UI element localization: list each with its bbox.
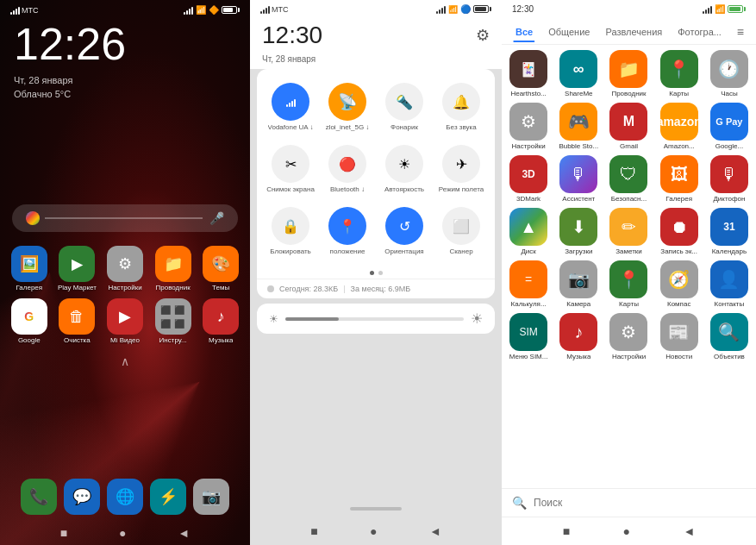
list-item[interactable]: 🖼️ Галерея xyxy=(9,246,50,291)
app-icon-gdrive: ▲ xyxy=(509,208,547,246)
list-item[interactable]: 📍 Карты xyxy=(605,260,652,308)
cellular-icon xyxy=(272,83,309,121)
settings-icon[interactable]: ⚙ xyxy=(476,26,490,45)
nav-square-button[interactable]: ■ xyxy=(563,524,570,538)
list-item[interactable]: ⚙ Настройки xyxy=(605,313,652,360)
list-item[interactable]: G Google xyxy=(9,298,50,344)
app-label: Настройки xyxy=(511,142,545,150)
list-item[interactable]: ⏺ Запись эк... xyxy=(656,208,703,255)
list-item[interactable]: ▲ Диск xyxy=(505,208,552,255)
nav-home-button[interactable]: ● xyxy=(623,524,630,538)
tab-all[interactable]: Все xyxy=(509,23,540,42)
list-item[interactable]: amazon Amazon... xyxy=(656,103,703,150)
nav-back-button[interactable]: ◄ xyxy=(683,524,695,538)
app-label: Калькуля... xyxy=(511,300,547,308)
toggle-screenshot[interactable]: ✂ Снимок экрана xyxy=(262,140,319,198)
microphone-icon[interactable]: 🎤 xyxy=(209,211,224,225)
lock-search-bar[interactable]: 🎤 xyxy=(12,204,238,232)
toggle-scanner[interactable]: ⬜ Сканер xyxy=(433,202,490,260)
list-item[interactable]: M Gmail xyxy=(605,103,652,150)
list-item[interactable]: 🗑 Очистка xyxy=(57,298,98,344)
tabs-more-icon[interactable]: ≡ xyxy=(732,22,749,44)
tab-entertainment[interactable]: Развлечения xyxy=(598,23,669,42)
search-icon: 🔍 xyxy=(512,496,527,510)
list-item[interactable]: 🎨 Темы xyxy=(200,246,241,291)
toggle-bluetooth[interactable]: 🔴 Bluetooth ↓ xyxy=(319,140,376,198)
toggle-wifi[interactable]: 📡 zloi_inet_5G ↓ xyxy=(319,78,376,136)
nav-home-button[interactable]: ● xyxy=(370,524,377,538)
app-label: Bubble Sto... xyxy=(559,142,598,150)
dock-messages[interactable]: 💬 xyxy=(64,479,100,515)
nav-square-button[interactable]: ■ xyxy=(310,524,317,538)
toggle-label: zloi_inet_5G ↓ xyxy=(326,123,370,131)
app-icon-playstore: ▶ xyxy=(59,246,95,282)
app-icon-camera: 📷 xyxy=(193,479,229,515)
list-item[interactable]: 🎙 Диктофон xyxy=(706,155,753,203)
list-item[interactable]: G Pay Google... xyxy=(706,103,753,150)
up-arrow-icon[interactable]: ∧ xyxy=(0,351,250,372)
list-item[interactable]: 3D 3DMark xyxy=(505,155,552,203)
toggle-lock[interactable]: 🔒 Блокировать xyxy=(262,202,319,260)
list-item[interactable]: ✏ Заметки xyxy=(605,208,652,255)
toggle-label: Vodafone UA ↓ xyxy=(268,123,314,131)
notif-time: 12:30 xyxy=(262,22,322,49)
apps-status-icons: 📶 xyxy=(703,4,746,14)
app-icon-gallery2: 🖼 xyxy=(660,155,698,193)
google-logo xyxy=(26,211,40,225)
list-item[interactable]: 🧭 Компас xyxy=(656,260,703,308)
nav-back-button[interactable]: ◄ xyxy=(429,524,441,538)
list-item[interactable]: 🕐 Часы xyxy=(706,50,753,97)
dock-browser[interactable]: 🌐 xyxy=(107,479,143,515)
list-item[interactable]: 📍 Карты xyxy=(656,50,703,97)
nav-square-button[interactable]: ■ xyxy=(60,526,67,540)
app-label: Play Маркет xyxy=(58,284,97,291)
list-item[interactable]: ⚙ Настройки xyxy=(505,103,552,150)
list-item[interactable]: = Калькуля... xyxy=(505,260,552,308)
list-item[interactable]: 📁 Проводник xyxy=(153,246,194,291)
list-item[interactable]: 🎙 Ассистент xyxy=(555,155,602,203)
list-item[interactable]: 🃏 Hearthsto... xyxy=(505,50,552,97)
silent-icon: 🔔 xyxy=(442,83,480,121)
search-input[interactable] xyxy=(534,497,746,509)
list-item[interactable]: ⬇ Загрузки xyxy=(555,208,602,255)
list-item[interactable]: 📰 Новости xyxy=(656,313,703,360)
search-inner xyxy=(26,211,203,225)
list-item[interactable]: 📷 Камера xyxy=(555,260,602,308)
list-item[interactable]: ▶ Play Маркет xyxy=(57,246,98,291)
nav-back-button[interactable]: ◄ xyxy=(178,526,190,540)
app-icon-notes: ✏ xyxy=(609,208,647,246)
dock-camera[interactable]: 📷 xyxy=(193,479,229,515)
list-item[interactable]: 📁 Проводник xyxy=(605,50,652,97)
brightness-low-icon: ☀ xyxy=(269,313,278,325)
dock-security[interactable]: ⚡ xyxy=(150,479,186,515)
list-item[interactable]: 👤 Контакты xyxy=(706,260,753,308)
toggle-label: Bluetooth ↓ xyxy=(330,185,365,193)
tab-photos[interactable]: Фотогра... xyxy=(671,23,728,42)
app-icon-google: G xyxy=(11,298,47,335)
nav-home-button[interactable]: ● xyxy=(119,526,126,540)
list-item[interactable]: ∞ ShareMe xyxy=(555,50,602,97)
toggle-autobright[interactable]: ☀ Автояркость xyxy=(376,140,433,198)
list-item[interactable]: ♪ Музыка xyxy=(200,298,241,344)
list-item[interactable]: 🎮 Bubble Sto... xyxy=(555,103,602,150)
dock-phone[interactable]: 📞 xyxy=(21,479,57,515)
apps-search-bar[interactable]: 🔍 xyxy=(502,488,756,517)
list-item[interactable]: 🔍 Объектив xyxy=(706,313,753,360)
toggle-location[interactable]: 📍 положение xyxy=(319,202,376,260)
list-item[interactable]: 🖼 Галерея xyxy=(656,155,703,203)
list-item[interactable]: ⬛⬛⬛⬛ Инстру... xyxy=(153,298,194,344)
toggle-silent[interactable]: 🔔 Без звука xyxy=(433,78,490,136)
list-item[interactable]: 31 Календарь xyxy=(706,208,753,255)
toggle-flashlight[interactable]: 🔦 Фонарик xyxy=(376,78,433,136)
list-item[interactable]: ▶ Mi Видео xyxy=(104,298,146,344)
list-item[interactable]: SIM Меню SIM... xyxy=(505,313,552,360)
list-item[interactable]: 🛡 Безопасн... xyxy=(605,155,652,203)
lock-time: 12:26 xyxy=(0,15,250,73)
toggle-airplane[interactable]: ✈ Режим полета xyxy=(433,140,490,198)
tab-communication[interactable]: Общение xyxy=(541,23,597,42)
toggle-cellular[interactable]: Vodafone UA ↓ xyxy=(262,78,319,136)
list-item[interactable]: ♪ Музыка xyxy=(555,313,602,360)
list-item[interactable]: ⚙ Настройки xyxy=(104,246,146,291)
toggle-rotation[interactable]: ↺ Ориентация xyxy=(376,202,433,260)
brightness-slider[interactable] xyxy=(285,317,464,321)
